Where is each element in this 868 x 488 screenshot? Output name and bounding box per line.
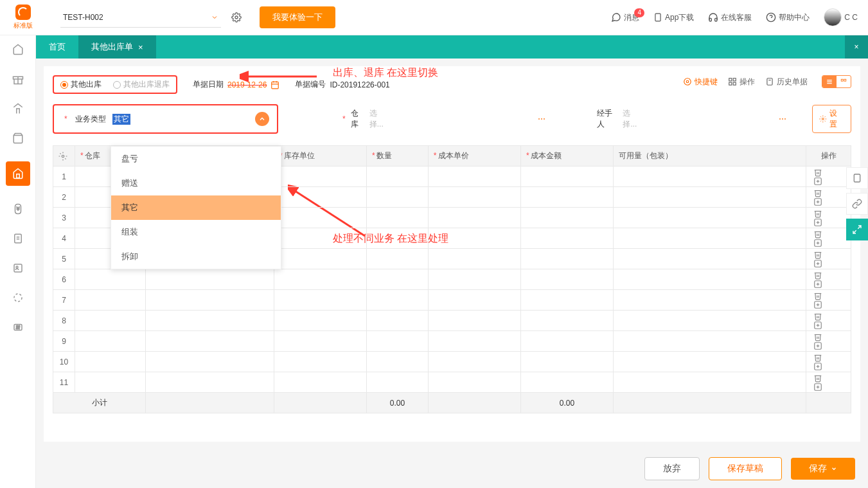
tenant-select[interactable]: TEST-H002: [60, 7, 221, 28]
service-link[interactable]: 在线客服: [708, 12, 752, 23]
help-label: 帮助中心: [779, 12, 810, 23]
topbar: 标准版 TEST-H002 我要体验一下 消息 4 App下载 在线客服 帮助中…: [0, 0, 868, 35]
user-name: C C: [844, 13, 858, 22]
svg-rect-1: [655, 14, 660, 21]
edition-label: 标准版: [13, 21, 33, 30]
user-menu[interactable]: C C: [824, 8, 858, 26]
try-button[interactable]: 我要体验一下: [260, 6, 335, 28]
service-label: 在线客服: [721, 12, 752, 23]
logo: 标准版: [10, 5, 36, 30]
logo-icon: [15, 5, 31, 20]
topbar-right: 消息 4 App下载 在线客服 帮助中心 C C: [611, 8, 858, 26]
messages-badge: 4: [634, 8, 644, 17]
help-link[interactable]: 帮助中心: [766, 12, 810, 23]
avatar-icon: [824, 8, 842, 26]
svg-point-0: [235, 16, 238, 19]
app-label: App下载: [665, 12, 694, 23]
tenant-settings-button[interactable]: [229, 10, 244, 25]
tenant-name: TEST-H002: [63, 13, 103, 22]
messages-link[interactable]: 消息 4: [611, 12, 639, 23]
chevron-down-icon: [211, 14, 218, 21]
app-download-link[interactable]: App下载: [653, 12, 694, 23]
